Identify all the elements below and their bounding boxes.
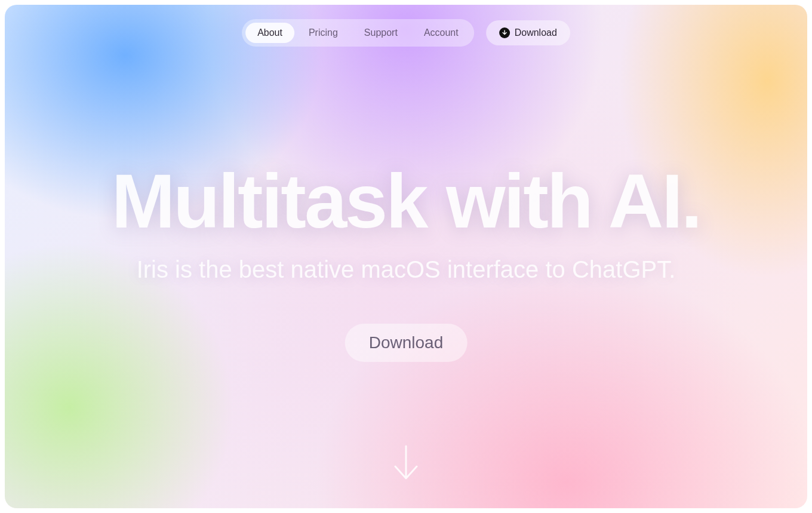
top-nav: About Pricing Support Account Download <box>242 19 570 47</box>
arrow-down-icon <box>389 444 423 482</box>
nav-about[interactable]: About <box>245 23 294 43</box>
nav-pricing[interactable]: Pricing <box>297 23 350 43</box>
nav-download-button[interactable]: Download <box>486 20 570 45</box>
nav-support[interactable]: Support <box>352 23 410 43</box>
hero-download-button[interactable]: Download <box>345 324 467 362</box>
nav-pill: About Pricing Support Account <box>242 19 474 47</box>
hero-subtitle: Iris is the best native macOS interface … <box>5 256 807 283</box>
nav-download-label: Download <box>515 27 557 38</box>
hero-content: Multitask with AI. Iris is the best nati… <box>5 163 807 283</box>
nav-account[interactable]: Account <box>412 23 470 43</box>
scroll-down-arrow[interactable] <box>389 444 423 484</box>
hero-title: Multitask with AI. <box>5 163 807 239</box>
hero-section: About Pricing Support Account Download M… <box>5 5 807 508</box>
download-icon <box>499 27 510 38</box>
